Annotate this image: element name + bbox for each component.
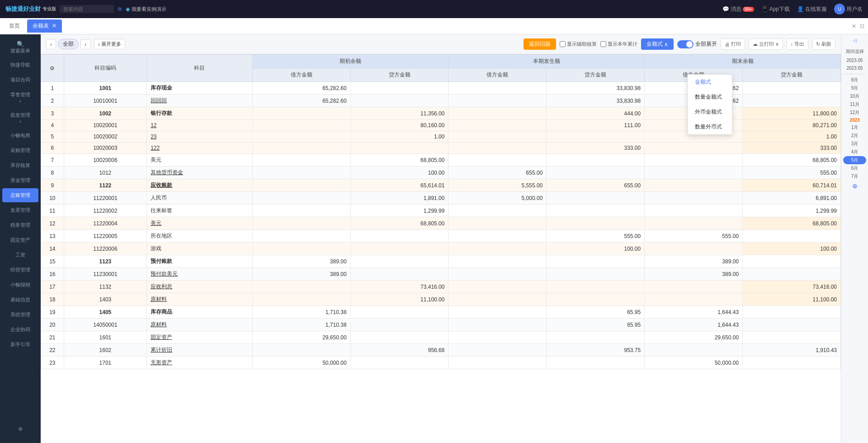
period-year-start[interactable]: 2023.05 <box>843 57 866 64</box>
cell-subject[interactable]: 美元 <box>147 217 253 230</box>
sidebar-item-inventory[interactable]: 库存核算 <box>2 158 38 172</box>
ytd-checkbox-input[interactable] <box>600 41 606 47</box>
cell-code: 14050001 <box>64 319 147 331</box>
period-month-7[interactable]: 7月 <box>843 172 866 181</box>
sidebar-item-ecommerce[interactable]: 小畅电商 <box>2 129 38 143</box>
period-expand-btn[interactable]: ⊕ <box>843 182 866 190</box>
sidebar-item-tax[interactable]: 税务管理 <box>2 218 38 232</box>
sidebar-item-retail[interactable]: 零售管理 › <box>2 88 38 107</box>
collapse-period-btn[interactable]: ◁ <box>853 38 857 43</box>
cell-subject[interactable]: 12 <box>147 120 253 131</box>
period-month-12[interactable]: 12月 <box>843 109 866 117</box>
period-month-2[interactable]: 2月 <box>843 132 866 140</box>
sidebar-item-system[interactable]: 系统管理 <box>2 308 38 322</box>
sidebar-item-purchase[interactable]: 采购管理 <box>2 143 38 157</box>
cell-subject[interactable]: 原材料 <box>147 293 253 306</box>
message-btn[interactable]: 💬 消息 99+ <box>722 5 754 13</box>
sidebar-item-funds[interactable]: 资金管理 <box>2 173 38 187</box>
sidebar-settings[interactable]: ⚙ <box>2 423 38 436</box>
tab-close-icon[interactable]: ✕ <box>52 23 57 29</box>
app-download-btn[interactable]: 📱 App下载 <box>761 5 790 13</box>
back-btn[interactable]: 返回旧版 <box>524 38 556 50</box>
tab-restore-icon[interactable]: ⊡ <box>860 23 864 29</box>
cell-subject[interactable]: 原材料 <box>147 319 253 331</box>
expand-more-btn[interactable]: › 展开更多 <box>94 39 125 49</box>
cell-subject[interactable]: 预付款美元 <box>147 268 253 281</box>
dropdown-item-qty-foreign[interactable]: 数量外币式 <box>688 119 732 134</box>
sidebar-item-assets[interactable]: 固定资产 <box>2 233 38 247</box>
cell-subject[interactable]: 累计折旧 <box>147 344 253 357</box>
sidebar-item-basic-info[interactable]: 基础信息 <box>2 293 38 307</box>
sidebar-item-ledger[interactable]: 总账管理 <box>2 188 38 202</box>
cell-ob-credit: 1,891.00 <box>350 192 448 205</box>
cell-subject[interactable]: 122 <box>147 143 253 154</box>
cell-subject[interactable]: 固定资产 <box>147 331 253 344</box>
mode-btn[interactable]: 金额式 ∧ <box>641 38 674 50</box>
sidebar-item-expense[interactable]: 小畅报销 <box>2 278 38 292</box>
search-tag-all[interactable]: 全部 <box>58 39 79 49</box>
toggle-switch-control[interactable] <box>677 40 693 48</box>
demo-link[interactable]: ◉ 我要看实例演示 <box>126 6 166 13</box>
sidebar-item-enterprise[interactable]: 企业协同 <box>2 323 38 337</box>
cell-cb-credit <box>743 95 841 107</box>
cell-cp-credit <box>547 357 645 369</box>
tab-home[interactable]: 首页 <box>4 19 25 33</box>
print-btn[interactable]: 🖨 打印 <box>721 38 745 50</box>
top-search-input[interactable] <box>60 5 114 13</box>
period-month-5[interactable]: 5月 <box>843 156 866 164</box>
period-month-1[interactable]: 1月 <box>843 124 866 132</box>
period-month-6[interactable]: 6月 <box>843 164 866 172</box>
tab-window-icon[interactable]: ✕ <box>852 23 856 29</box>
cell-subject[interactable]: 无形资产 <box>147 357 253 369</box>
sidebar-search[interactable]: 🔍 搜索菜单 <box>2 38 38 57</box>
sidebar-item-wholesale[interactable]: 批发管理 › <box>2 108 38 128</box>
cell-code: 10020006 <box>64 154 147 167</box>
cell-cp-credit <box>547 293 645 306</box>
show-ytd-checkbox[interactable]: 显示本年累计 <box>600 41 637 48</box>
cell-cp-debit <box>448 344 547 357</box>
cell-subject[interactable]: 应收账款 <box>147 179 253 192</box>
cell-subject: 人民币 <box>147 192 253 205</box>
period-year-2023[interactable]: 2023 <box>843 117 866 124</box>
user-avatar[interactable]: U 用户名 <box>834 4 863 14</box>
expand-all-toggle[interactable]: 全部展开 <box>677 40 717 48</box>
cell-cp-debit <box>448 293 547 306</box>
nav-left-arrow[interactable]: ‹ <box>46 39 56 49</box>
sidebar-item-operations[interactable]: 经营管理 <box>2 263 38 277</box>
period-month-3[interactable]: 3月 <box>843 140 866 148</box>
period-year-end[interactable]: 2023.05 <box>843 64 866 72</box>
cell-subject[interactable]: 23 <box>147 131 253 143</box>
sidebar-quick-nav[interactable]: 快捷导航 <box>2 58 38 72</box>
sidebar-item-invoice[interactable]: 发票管理 <box>2 203 38 217</box>
cell-code: 1602 <box>64 344 147 357</box>
tab-balance[interactable]: 余额表 ✕ <box>27 19 62 33</box>
period-month-9[interactable]: 9月 <box>843 84 866 92</box>
cloud-print-icon: ☁ <box>753 41 758 47</box>
nav-right-arrow[interactable]: › <box>80 39 90 49</box>
show-aux-checkbox[interactable]: 显示辅助核算 <box>560 41 597 48</box>
aux-checkbox-input[interactable] <box>560 41 566 47</box>
export-btn[interactable]: ↑ 导出 <box>787 38 809 50</box>
sidebar-item-payroll[interactable]: 工资 <box>2 248 38 262</box>
cell-no: 8 <box>41 167 64 179</box>
cell-cp-debit <box>448 131 547 143</box>
cell-ob-debit <box>252 120 350 131</box>
cell-subject[interactable]: 回回回 <box>147 95 253 107</box>
sidebar-item-project[interactable]: 项目合同 <box>2 73 38 87</box>
period-month-4[interactable]: 4月 <box>843 148 866 156</box>
cloud-print-btn[interactable]: ☁ 云打印 ∨ <box>749 38 783 50</box>
dropdown-item-qty-amount[interactable]: 数量金额式 <box>688 90 732 105</box>
dropdown-item-foreign-amount[interactable]: 外币金额式 <box>688 105 732 119</box>
cell-subject[interactable]: 应收利息 <box>147 281 253 293</box>
settings-icon[interactable]: ⚙ <box>118 6 122 12</box>
th-settings[interactable]: ⚙ <box>41 55 64 82</box>
period-month-8[interactable]: 8月 <box>843 76 866 84</box>
refresh-btn[interactable]: ↻ 刷新 <box>812 38 835 50</box>
period-month-11[interactable]: 11月 <box>843 100 866 109</box>
cell-subject[interactable]: 其他货币资金 <box>147 167 253 179</box>
dropdown-item-amount[interactable]: 金额式 <box>688 75 732 90</box>
period-month-10[interactable]: 10月 <box>843 92 866 100</box>
online-service-btn[interactable]: 👤 在线客服 <box>797 5 827 13</box>
cell-ob-credit: 68,805.00 <box>350 217 448 230</box>
sidebar-item-guide[interactable]: 新手引导 <box>2 338 38 352</box>
